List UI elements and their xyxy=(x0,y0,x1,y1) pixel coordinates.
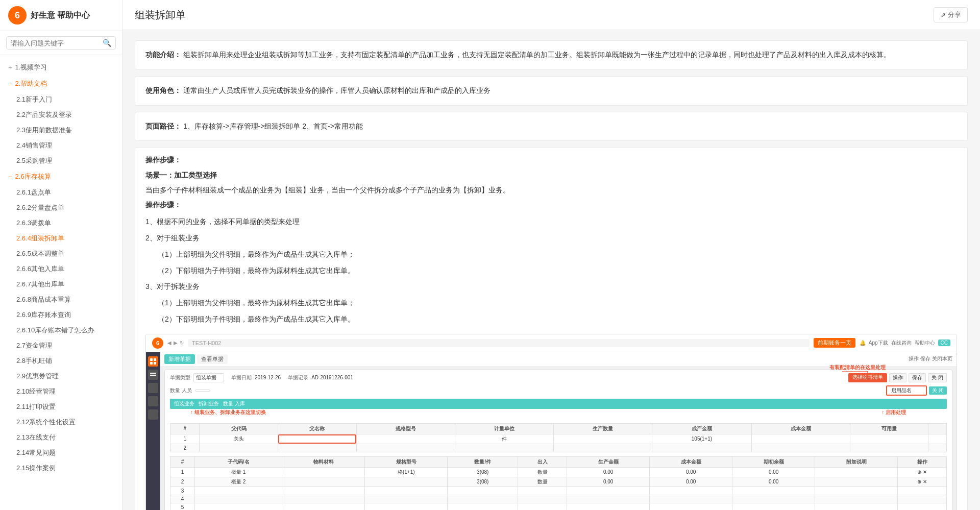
nav-area: + 1.视频学习 − 2.帮助文档 2.1新手入门 2.2产品安装及登录 2.3… xyxy=(0,55,122,510)
share-button[interactable]: ⇗ 分享 xyxy=(934,7,968,22)
table-row: 4 xyxy=(170,495,947,503)
search-icon[interactable]: 🔍 xyxy=(103,39,111,47)
role-label: 使用角色： xyxy=(145,86,181,94)
ss-confirm-btn[interactable]: 关 闭 xyxy=(929,386,947,395)
svg-rect-0 xyxy=(150,358,153,361)
step3: 3、对于拆装业务 xyxy=(145,281,957,293)
step3-sub2: （2）下部明细为子件明细，最终作为产成品生成其它入库单。 xyxy=(158,313,957,326)
ss-close-btn[interactable]: 关 闭 xyxy=(928,373,947,382)
search-area: 🔍 xyxy=(0,31,122,55)
sidebar-item-cost-adjust[interactable]: 2.6.5成本调整单 xyxy=(0,246,122,261)
ss-browser-header: 6 ◀▶↻ TEST-H002 前期账务一页 🔔 App下载 在线咨询 帮助中心… xyxy=(146,334,957,352)
ss-app-body: 新增单据 查看单据 操作 保存 关闭本页 单据类型 组装单据 xyxy=(146,352,957,510)
sidebar-item-install[interactable]: 2.2产品安装及登录 xyxy=(0,107,122,123)
ss-nav-icon3 xyxy=(148,383,158,393)
search-input[interactable] xyxy=(11,39,103,47)
step-list: 1、根据不同的业务，选择不同单据的类型来处理 2、对于组装业务 （1）上部明细为… xyxy=(145,216,957,326)
table-row: 1 概量 1 格(1+1) 3(08) 数量 0.00 0.0 xyxy=(170,467,947,477)
ss-save-btn[interactable]: 保存 xyxy=(909,373,926,382)
ss-qty[interactable] xyxy=(195,390,210,392)
annotation-switch: ↑ 组装业务、拆卸业务在这里切换 xyxy=(190,409,266,416)
step1: 1、根据不同的业务，选择不同单据的类型来处理 xyxy=(145,216,957,228)
ss-doc-main: 新增单据 查看单据 操作 保存 关闭本页 单据类型 组装单据 xyxy=(160,352,957,510)
sidebar-item-other-in[interactable]: 2.6.6其他入库单 xyxy=(0,261,122,277)
sidebar-item-inventory[interactable]: − 2.6库存核算 xyxy=(0,168,122,185)
sub-nav-inventory: 2.6.1盘点单 2.6.2分量盘点单 2.6.3调拨单 2.6.4组装拆卸单 … xyxy=(0,185,122,338)
sidebar-item-other-out[interactable]: 2.6.7其他出库单 xyxy=(0,277,122,292)
sidebar-item-split-stocktake[interactable]: 2.6.2分量盘点单 xyxy=(0,200,122,215)
table-row: 3 xyxy=(170,487,947,495)
role-text: 通常由生产人员或库管人员完成拆装业务的操作，库管人员确认原材料的出库和产成品的入… xyxy=(183,86,491,94)
svg-rect-5 xyxy=(150,375,156,376)
scene1-desc: 当由多个子件材料组装成一个成品的业务为【组装】业务，当由一个父件拆分成多个子产品… xyxy=(145,184,957,197)
sidebar-item-mobile[interactable]: 2.8手机旺铺 xyxy=(0,353,122,369)
ss-action-btn[interactable]: 操作 xyxy=(889,373,906,382)
sidebar-item-cost-calc[interactable]: 2.6.8商品成本重算 xyxy=(0,292,122,307)
logo-icon: 6 xyxy=(8,6,27,25)
sidebar-item-assemble[interactable]: 2.6.4组装拆卸单 xyxy=(0,231,122,246)
ss-front-btn[interactable]: 前期账务一页 xyxy=(814,338,855,348)
sidebar-item-sales[interactable]: 2.4销售管理 xyxy=(0,138,122,153)
ss-green-bar-wrapper: 组装业务 拆卸业务 数量 入库 ↑ 组装业务、拆卸业务在这里切换 xyxy=(170,399,947,409)
path-text: 1、库存核算->库存管理->组装拆卸单 2、首页->常用功能 xyxy=(183,122,363,130)
path-label: 页面路径： xyxy=(145,122,181,130)
sidebar-item-data-prep[interactable]: 2.3使用前数据准备 xyxy=(0,123,122,138)
ss-logo: 6 xyxy=(152,337,163,349)
svg-rect-1 xyxy=(154,358,156,361)
step2: 2、对于组装业务 xyxy=(145,232,957,245)
sidebar-item-label: 1.视频学习 xyxy=(15,63,47,72)
sidebar-item-video[interactable]: + 1.视频学习 xyxy=(0,59,122,76)
col-cost-amt: 成本金额 xyxy=(751,423,850,434)
sidebar-item-online-pay[interactable]: 2.13在线支付 xyxy=(0,430,122,445)
plus-icon: + xyxy=(8,64,12,71)
step3-sub1: （1）上部明细为父件明细，最终作为原材料生成其它出库单； xyxy=(158,297,957,309)
sidebar-item-stocktake[interactable]: 2.6.1盘点单 xyxy=(0,185,122,200)
col-parent-code: 父代码 xyxy=(200,423,278,434)
sidebar-item-beginner[interactable]: 2.1新手入门 xyxy=(0,92,122,107)
operations-title: 操作步骤： xyxy=(145,156,957,165)
ss-tab-view[interactable]: 查看单据 xyxy=(197,354,228,364)
sidebar-item-cases[interactable]: 2.15操作案例 xyxy=(0,460,122,476)
share-icon: ⇗ xyxy=(940,11,946,19)
sidebar-item-custom[interactable]: 2.12系统个性化设置 xyxy=(0,415,122,430)
sidebar-item-ops[interactable]: 2.10经营管理 xyxy=(0,384,122,399)
sidebar-item-stock-error[interactable]: 2.6.10库存账本错了怎么办 xyxy=(0,323,122,338)
table-row: 1 关头 件 xyxy=(170,434,947,444)
sub-nav-docs: 2.1新手入门 2.2产品安装及登录 2.3使用前数据准备 2.4销售管理 2.… xyxy=(0,92,122,476)
ss-nav-icon4 xyxy=(148,396,158,406)
sidebar-item-stock-query[interactable]: 2.6.9库存账本查询 xyxy=(0,307,122,323)
logo-area: 6 好生意 帮助中心 xyxy=(0,0,122,31)
step2-sub2: （2）下部明细为子件明细，最终作为原材料生成其它出库单。 xyxy=(158,265,957,277)
screenshot-wrapper: 6 ◀▶↻ TEST-H002 前期账务一页 🔔 App下载 在线咨询 帮助中心… xyxy=(146,334,957,510)
role-box: 使用角色： 通常由生产人员或库管人员完成拆装业务的操作，库管人员确认原材料的出库… xyxy=(135,76,968,106)
minus-icon: − xyxy=(8,173,12,181)
sidebar-item-label: 2.帮助文档 xyxy=(15,79,47,88)
ss-doc-type[interactable]: 组装单据 xyxy=(193,373,224,382)
ss-left-nav xyxy=(146,352,160,510)
ss-tab-new[interactable]: 新增单据 xyxy=(164,354,195,364)
svg-rect-2 xyxy=(150,362,153,365)
feature-intro-text: 组装拆卸单用来处理企业组装或拆卸等加工业务，支持有固定装配清单的产品加工业务，也… xyxy=(183,51,891,59)
sidebar-item-faq[interactable]: 2.14常见问题 xyxy=(0,445,122,460)
sidebar-item-purchase[interactable]: 2.5采购管理 xyxy=(0,153,122,168)
col-unit: 计量单位 xyxy=(455,423,553,434)
sidebar-item-docs[interactable]: − 2.帮助文档 xyxy=(0,76,122,92)
col-prod-amt: 成产金额 xyxy=(652,423,751,434)
sidebar-item-finance[interactable]: 2.7资金管理 xyxy=(0,338,122,353)
sidebar-item-coupon[interactable]: 2.9优惠券管理 xyxy=(0,369,122,384)
feature-intro-label: 功能介绍： xyxy=(145,51,181,59)
scene1-title: 场景一：加工类型选择 xyxy=(145,171,957,180)
ss-product-name-input[interactable]: 启用品名 xyxy=(886,385,927,396)
screenshot-container: 6 ◀▶↻ TEST-H002 前期账务一页 🔔 App下载 在线咨询 帮助中心… xyxy=(145,334,957,510)
svg-rect-3 xyxy=(154,362,156,365)
ss-nav-icon2 xyxy=(148,370,158,380)
sidebar-item-adjust[interactable]: 2.6.3调拨单 xyxy=(0,215,122,231)
ss-doc-num: AD-20191226-001 xyxy=(311,375,353,380)
col-op xyxy=(928,423,947,434)
search-wrap[interactable]: 🔍 xyxy=(6,36,116,50)
ss-right-panel: 启用品名 关 闭 xyxy=(886,385,947,396)
sidebar: 6 好生意 帮助中心 🔍 + 1.视频学习 − 2.帮助文档 2.1新手入门 2… xyxy=(0,0,122,510)
sidebar-item-print[interactable]: 2.11打印设置 xyxy=(0,399,122,415)
ss-url-bar: TEST-H002 xyxy=(188,339,810,347)
ss-nav-icon5 xyxy=(148,409,158,420)
